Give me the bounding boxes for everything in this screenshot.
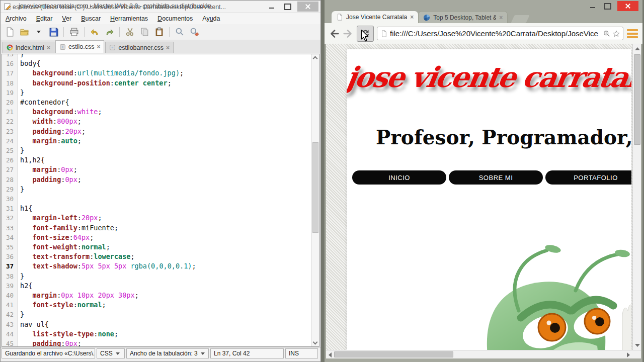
code-line-15[interactable]: 15}	[2, 54, 310, 59]
close-tab-icon[interactable]: ×	[410, 14, 414, 20]
scroll-down-icon[interactable]	[313, 340, 318, 345]
menu-herramientas[interactable]: Herramientas	[110, 15, 148, 22]
line-number: 24	[2, 136, 16, 146]
bookmark-star-icon[interactable]	[613, 30, 620, 37]
nav-portafolio[interactable]: PORTAFOLIO	[545, 170, 631, 185]
paste-button[interactable]	[153, 26, 165, 38]
toolbar-separator	[169, 27, 170, 37]
scroll-right-icon[interactable]	[627, 352, 630, 357]
code-line-17[interactable]: 17 background:url(multimedia/fondo.jpg);	[2, 68, 310, 78]
back-button[interactable]	[329, 28, 340, 39]
redo-button[interactable]	[103, 26, 115, 38]
code-line-41[interactable]: 41 font-style:normal;	[2, 300, 310, 310]
maximize-button[interactable]	[281, 2, 294, 11]
print-button[interactable]	[68, 26, 80, 38]
editor-tab-estilobanner.css[interactable]: estilobanner.css×	[105, 42, 174, 53]
menu-buscar[interactable]: Buscar	[81, 15, 101, 22]
close-tab-icon[interactable]: ×	[499, 15, 503, 21]
copy-button[interactable]	[138, 26, 150, 38]
editor-scrollbar-thumb[interactable]	[312, 142, 318, 233]
editor-statusbar: Guardando el archivo «C:\Users\... CSS A…	[1, 347, 320, 359]
menu-ver[interactable]: Ver	[62, 15, 71, 22]
browser-minimize-button[interactable]	[587, 2, 598, 11]
close-button[interactable]	[297, 2, 318, 12]
new-file-button[interactable]	[4, 26, 16, 38]
browser-horizontal-scrollbar[interactable]	[326, 350, 641, 358]
browser-close-button[interactable]	[617, 1, 638, 11]
code-editor[interactable]: 15}16body{17 background:url(multimedia/f…	[2, 54, 319, 347]
code-line-42[interactable]: 42}	[2, 310, 310, 319]
code-line-29[interactable]: 29}	[2, 185, 310, 194]
code-line-35[interactable]: 35 font-weight:normal;	[2, 242, 310, 252]
code-line-34[interactable]: 34 font-size:64px;	[2, 233, 310, 242]
forward-button[interactable]	[343, 28, 354, 39]
scroll-down-icon[interactable]	[635, 344, 640, 347]
code-line-45[interactable]: 45 padding:0px;	[2, 339, 310, 347]
code-line-33[interactable]: 33 font-family:miFuente;	[2, 223, 310, 233]
undo-button[interactable]	[89, 26, 101, 38]
minimize-button[interactable]	[265, 2, 278, 11]
menu-ayuda[interactable]: Ayuda	[202, 15, 220, 22]
browser-titlebar[interactable]	[325, 0, 642, 11]
code-line-32[interactable]: 32 margin-left:20px;	[2, 213, 310, 223]
code-line-39[interactable]: 39h2{	[2, 281, 310, 291]
code-line-19[interactable]: 19}	[2, 88, 310, 98]
code-line-27[interactable]: 27 margin:0px;	[2, 165, 310, 174]
new-tab-button[interactable]	[511, 15, 529, 23]
mascot-illustration	[472, 234, 631, 350]
nav-inicio[interactable]: INICIO	[352, 170, 446, 185]
code-lines[interactable]: 15}16body{17 background:url(multimedia/f…	[2, 54, 310, 347]
code-line-38[interactable]: 38}	[2, 272, 310, 281]
find-button[interactable]	[174, 26, 186, 38]
code-line-18[interactable]: 18 background-position:center center;	[2, 78, 310, 88]
editor-tab-estilo.css[interactable]: estilo.css×	[55, 40, 104, 53]
address-bar[interactable]: file:///C:/Users/Jose%20Vicente%20Carrat…	[377, 27, 623, 40]
code-line-23[interactable]: 23 padding:20px;	[2, 127, 310, 136]
code-line-28[interactable]: 28 padding:0px;	[2, 175, 310, 185]
tab-width-dropdown[interactable]: Ancho de la tabulación: 3	[126, 348, 209, 358]
open-dropdown-button[interactable]	[33, 26, 45, 38]
browser-vscrollbar-thumb[interactable]	[634, 54, 640, 145]
scroll-up-icon[interactable]	[635, 47, 640, 50]
menu-archivo[interactable]: Archivo	[6, 15, 27, 22]
browser-hscrollbar-thumb[interactable]	[334, 351, 453, 357]
url-text[interactable]: file:///C:/Users/Jose%20Vicente%20Carrat…	[390, 29, 601, 38]
find-replace-button[interactable]	[188, 26, 200, 38]
code-line-30[interactable]: 30	[2, 194, 310, 204]
reload-button[interactable]	[357, 26, 374, 42]
code-line-20[interactable]: 20#contenedor{	[2, 98, 310, 107]
close-tab-icon[interactable]: ×	[166, 45, 170, 51]
menu-documentos[interactable]: Documentos	[157, 15, 193, 22]
browser-tab[interactable]: Top 5 Desktop, Tablet & C×	[418, 11, 508, 23]
nav-sobre-mi[interactable]: SOBRE MI	[449, 170, 543, 185]
code-line-31[interactable]: 31h1{	[2, 204, 310, 213]
cut-button[interactable]	[124, 26, 136, 38]
code-line-26[interactable]: 26h1,h2{	[2, 155, 310, 165]
code-line-24[interactable]: 24 margin:auto;	[2, 136, 310, 146]
save-button[interactable]	[47, 26, 59, 38]
menu-editar[interactable]: Editar	[36, 15, 53, 22]
close-tab-icon[interactable]: ×	[47, 45, 50, 51]
menu-hamburger-icon[interactable]	[626, 29, 638, 39]
code-line-25[interactable]: 25}	[2, 146, 310, 155]
code-line-21[interactable]: 21 background:white;	[2, 107, 310, 117]
syntax-mode-dropdown[interactable]: CSS	[97, 348, 125, 358]
editor-titlebar[interactable]: josevicentecarratala.com - Master Web 2.…	[1, 1, 320, 13]
code-line-44[interactable]: 44 list-style-type:none;	[2, 329, 310, 339]
scroll-up-icon[interactable]	[313, 56, 318, 61]
browser-vertical-scrollbar[interactable]	[632, 44, 641, 350]
open-file-button[interactable]	[18, 26, 30, 38]
editor-tab-index.html[interactable]: index.html×	[3, 42, 54, 53]
code-line-22[interactable]: 22 width:800px;	[2, 117, 310, 126]
close-tab-icon[interactable]: ×	[97, 44, 100, 50]
zoom-icon[interactable]	[603, 30, 610, 37]
browser-tab[interactable]: Jose Vicente Carratala×	[332, 11, 418, 23]
code-line-40[interactable]: 40 margin:0px 10px 20px 30px;	[2, 291, 310, 300]
code-line-43[interactable]: 43nav ul{	[2, 320, 310, 329]
code-line-37[interactable]: 37 text-shadow:5px 5px 5px rgba(0,0,0,0.…	[2, 261, 310, 271]
editor-vertical-scrollbar[interactable]	[311, 54, 319, 346]
code-line-16[interactable]: 16body{	[2, 59, 310, 68]
code-line-36[interactable]: 36 text-transform:lowercase;	[2, 252, 310, 261]
browser-maximize-button[interactable]	[602, 2, 613, 11]
scroll-left-icon[interactable]	[329, 352, 332, 357]
